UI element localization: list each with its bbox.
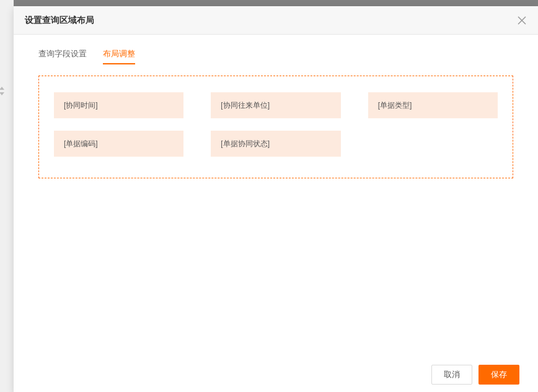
close-icon[interactable] xyxy=(517,15,527,25)
modal-footer: 取消 保存 xyxy=(14,357,538,392)
field-block-collaboration-time[interactable]: [协同时间] xyxy=(54,92,183,118)
cancel-button[interactable]: 取消 xyxy=(431,365,472,385)
modal-body: 查询字段设置 布局调整 [协同时间] [协同往来单位] [单据类型] [单据编码… xyxy=(14,35,538,178)
save-button[interactable]: 保存 xyxy=(478,365,519,385)
field-block-bill-type[interactable]: [单据类型] xyxy=(368,92,498,118)
tabs-nav: 查询字段设置 布局调整 xyxy=(38,48,513,64)
modal-dialog: 设置查询区域布局 查询字段设置 布局调整 [协同时间] [协同往来单位] [单据… xyxy=(14,6,538,392)
tab-query-fields[interactable]: 查询字段设置 xyxy=(38,48,87,64)
modal-title: 设置查询区域布局 xyxy=(25,15,94,26)
layout-drop-zone[interactable]: [协同时间] [协同往来单位] [单据类型] [单据编码] [单据协同状态] xyxy=(38,76,513,178)
field-block-bill-code[interactable]: [单据编码] xyxy=(54,131,183,157)
ghost-sort-icon xyxy=(0,87,11,98)
field-block-partner-unit[interactable]: [协同往来单位] xyxy=(211,92,340,118)
background-panel xyxy=(0,0,14,392)
tab-layout-adjust[interactable]: 布局调整 xyxy=(103,48,135,64)
field-label: [协同时间] xyxy=(64,100,98,111)
field-label: [协同往来单位] xyxy=(221,100,270,111)
field-block-collab-status[interactable]: [单据协同状态] xyxy=(211,131,340,157)
modal-header: 设置查询区域布局 xyxy=(14,6,538,35)
field-label: [单据编码] xyxy=(64,139,98,149)
field-label: [单据类型] xyxy=(378,100,412,111)
field-label: [单据协同状态] xyxy=(221,139,270,149)
